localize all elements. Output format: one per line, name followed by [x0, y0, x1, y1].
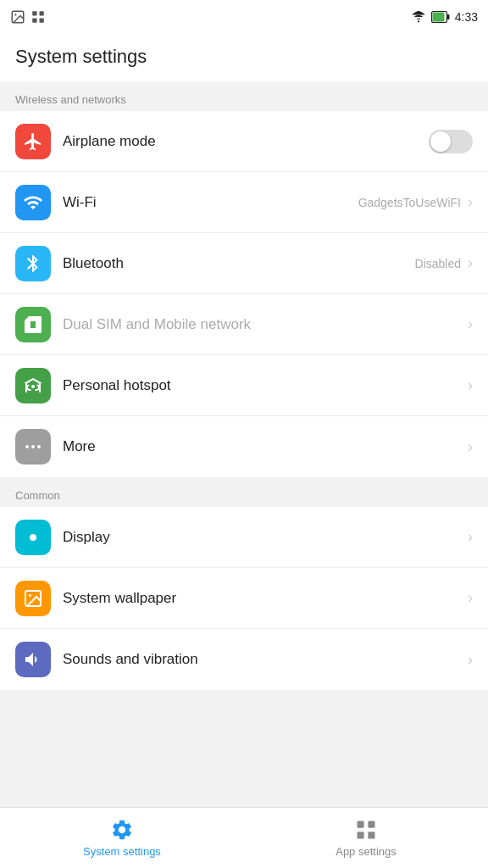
bluetooth-label: Bluetooth: [63, 255, 124, 271]
svg-rect-8: [446, 14, 449, 19]
more-text: More: [63, 438, 468, 455]
svg-rect-17: [368, 821, 374, 828]
more-item[interactable]: More ›: [0, 416, 488, 477]
system-settings-nav-label: System settings: [83, 845, 161, 858]
dual-sim-icon-wrap: [15, 307, 51, 342]
dual-sim-chevron: ›: [468, 315, 473, 333]
bluetooth-text: Bluetooth: [63, 255, 415, 272]
bottom-navigation: System settings App settings: [0, 807, 488, 868]
time-display: 4:33: [455, 10, 478, 24]
wifi-text: Wi-Fi: [63, 194, 358, 211]
svg-rect-5: [40, 19, 44, 23]
airplane-icon: [23, 131, 43, 152]
airplane-mode-toggle[interactable]: [429, 130, 473, 153]
svg-rect-2: [32, 11, 36, 15]
wifi-chevron: ›: [468, 193, 473, 211]
more-icon-wrap: [15, 429, 51, 465]
status-bar: 4:33: [0, 0, 488, 34]
dual-sim-text: Dual SIM and Mobile network: [63, 316, 468, 333]
status-bar-left: [10, 9, 46, 25]
svg-rect-3: [40, 11, 44, 15]
bluetooth-icon: [23, 253, 43, 274]
hotspot-text: Personal hotspot: [63, 377, 468, 394]
airplane-mode-icon-wrap: [15, 124, 51, 159]
wallpaper-text: System wallpaper: [63, 590, 468, 607]
wallpaper-icon: [23, 588, 43, 609]
svg-rect-18: [358, 832, 364, 838]
bluetooth-value: Disabled: [415, 257, 461, 270]
dual-sim-item[interactable]: Dual SIM and Mobile network ›: [0, 294, 488, 355]
svg-point-10: [25, 445, 29, 448]
svg-point-12: [37, 445, 41, 448]
status-bar-right: 4:33: [411, 9, 478, 25]
nav-app-settings[interactable]: App settings: [244, 808, 488, 868]
display-icon-wrap: [15, 520, 51, 555]
hotspot-icon-wrap: [15, 368, 51, 403]
bluetooth-icon-wrap: [15, 246, 51, 281]
wifi-icon-wrap: [15, 185, 51, 220]
sounds-icon-wrap: [15, 642, 51, 677]
page-title: System settings: [15, 46, 473, 68]
page-header: System settings: [0, 34, 488, 81]
svg-point-15: [29, 594, 31, 597]
sounds-item[interactable]: Sounds and vibration ›: [0, 629, 488, 690]
svg-point-1: [14, 14, 16, 15]
display-item[interactable]: Display ›: [0, 507, 488, 568]
svg-point-11: [31, 445, 35, 448]
wireless-section-list: Airplane mode Wi-Fi GadgetsToUseWiFI ›: [0, 111, 488, 477]
dual-sim-label: Dual SIM and Mobile network: [63, 316, 251, 332]
more-label: More: [63, 438, 96, 454]
nav-system-settings[interactable]: System settings: [0, 808, 244, 868]
display-label: Display: [63, 529, 110, 545]
sounds-label: Sounds and vibration: [63, 651, 198, 667]
hotspot-label: Personal hotspot: [63, 377, 171, 393]
wallpaper-label: System wallpaper: [63, 590, 176, 606]
airplane-mode-item[interactable]: Airplane mode: [0, 111, 488, 172]
wallpaper-chevron: ›: [468, 589, 473, 607]
svg-rect-16: [358, 821, 364, 828]
bluetooth-chevron: ›: [468, 254, 473, 272]
app-icon: [30, 9, 46, 25]
sounds-text: Sounds and vibration: [63, 651, 468, 668]
wifi-status-icon: [411, 9, 426, 25]
svg-rect-19: [368, 832, 374, 838]
section-label-common: Common: [0, 477, 488, 507]
wallpaper-icon-wrap: [15, 581, 51, 616]
more-dots-icon: [23, 437, 43, 457]
wifi-icon: [23, 192, 43, 213]
sounds-chevron: ›: [468, 651, 473, 669]
image-icon: [10, 9, 25, 25]
section-label-wireless: Wireless and networks: [0, 81, 488, 111]
bluetooth-item[interactable]: Bluetooth Disabled ›: [0, 233, 488, 294]
common-section-list: Display › System wallpaper ›: [0, 507, 488, 690]
wifi-item[interactable]: Wi-Fi GadgetsToUseWiFI ›: [0, 172, 488, 233]
airplane-mode-text: Airplane mode: [63, 133, 429, 150]
battery-status-icon: [431, 11, 450, 23]
display-icon: [23, 527, 43, 548]
svg-rect-4: [32, 19, 36, 23]
app-settings-nav-icon: [354, 818, 378, 842]
main-content: System settings Wireless and networks Ai…: [0, 34, 488, 807]
wallpaper-item[interactable]: System wallpaper ›: [0, 568, 488, 629]
svg-point-13: [30, 534, 36, 541]
svg-rect-9: [432, 13, 444, 22]
display-chevron: ›: [468, 528, 473, 546]
app-settings-nav-label: App settings: [336, 845, 396, 858]
system-settings-nav-icon: [110, 818, 134, 842]
hotspot-item[interactable]: Personal hotspot ›: [0, 355, 488, 416]
airplane-mode-label: Airplane mode: [63, 133, 156, 149]
svg-point-6: [418, 20, 419, 22]
hotspot-icon: [23, 376, 43, 396]
more-chevron: ›: [468, 438, 473, 456]
display-text: Display: [63, 529, 468, 546]
wifi-label: Wi-Fi: [63, 194, 97, 210]
wifi-value: GadgetsToUseWiFI: [358, 196, 461, 209]
sim-icon: [23, 314, 43, 335]
sounds-icon: [23, 649, 43, 670]
hotspot-chevron: ›: [468, 376, 473, 394]
